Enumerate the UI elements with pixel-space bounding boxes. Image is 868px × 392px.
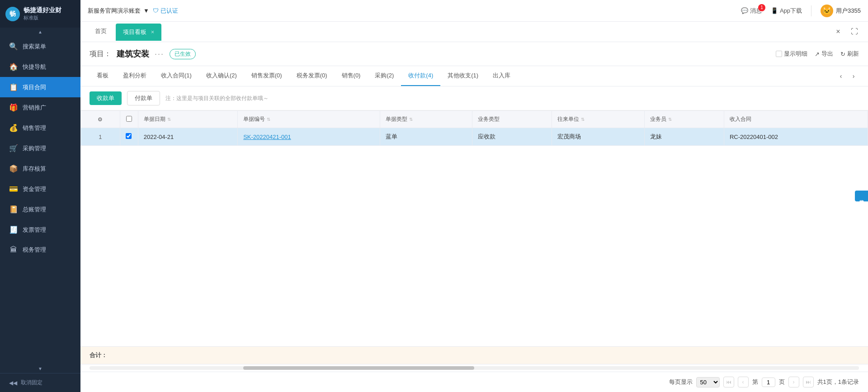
per-page-label: 每页显示 xyxy=(669,378,693,386)
settings-icon[interactable]: ⚙ xyxy=(98,116,103,123)
sidebar-item-funds-label: 资金管理 xyxy=(23,185,46,193)
th-type[interactable]: 单据类型 ⇅ xyxy=(380,111,472,128)
th-partner[interactable]: 往来单位 ⇅ xyxy=(552,111,645,128)
number-sort-icon: ⇅ xyxy=(267,117,270,122)
row-num: 1 xyxy=(81,128,120,146)
content-area: 项目： 建筑安装 ··· 已生效 显示明细 ↗ 导出 ↻ 刷新 xyxy=(80,42,868,392)
footer-total-label: 合计： xyxy=(90,352,107,359)
subtab-warehouse[interactable]: 出入库 xyxy=(486,66,518,86)
last-page-btn[interactable]: ⏭ xyxy=(803,377,814,387)
subtab-nav-next[interactable]: › xyxy=(848,71,859,81)
project-status-badge: 已生效 xyxy=(170,49,196,59)
tax-icon: 🏛 xyxy=(9,246,18,254)
window-maximize-button[interactable]: ⛶ xyxy=(848,25,861,38)
sidebar-item-ledger[interactable]: 📔 总账管理 xyxy=(0,199,80,220)
sidebar-item-tax-label: 税务管理 xyxy=(23,246,46,254)
certified-label: 已认证 xyxy=(160,7,178,15)
row-checkbox[interactable] xyxy=(126,133,132,139)
sidebar-nav: 🔍 搜索菜单 🏠 快捷导航 📋 项目合同 🎁 营销推广 💰 销售管理 🛒 采购管… xyxy=(0,36,80,364)
subtab-income-contract[interactable]: 收入合同(1) xyxy=(154,66,199,86)
window-close-button[interactable]: × xyxy=(832,25,844,38)
scrollbar-thumb[interactable] xyxy=(243,366,474,370)
subtab-kanban[interactable]: 看板 xyxy=(90,66,116,86)
page-suffix: 页 xyxy=(779,378,785,386)
sidebar-item-search[interactable]: 🔍 搜索菜单 xyxy=(0,36,80,57)
prev-page-btn[interactable]: ‹ xyxy=(738,377,749,387)
book-icon: 📔 xyxy=(9,205,18,214)
salesperson-sort-icon: ⇅ xyxy=(668,117,672,122)
app-download-button[interactable]: 📱 App下载 xyxy=(771,7,802,15)
row-number-link[interactable]: SK-20220421-001 xyxy=(243,134,291,140)
th-settings[interactable]: ⚙ xyxy=(81,111,120,128)
row-type: 蓝单 xyxy=(380,128,472,146)
sidebar-item-invoice[interactable]: 🧾 发票管理 xyxy=(0,220,80,240)
shield-icon: 🛡 xyxy=(153,7,159,14)
mobile-icon: 📱 xyxy=(771,7,778,14)
sidebar-item-marketing-label: 营销推广 xyxy=(23,104,46,112)
subtab-tax-invoice[interactable]: 税务发票(0) xyxy=(289,66,335,86)
receipt-btn[interactable]: 收款单 xyxy=(90,91,122,105)
sidebar-item-funds[interactable]: 💳 资金管理 xyxy=(0,179,80,199)
show-detail-checkbox[interactable] xyxy=(776,51,782,57)
scroll-down-indicator: ▼ xyxy=(0,364,80,373)
feedback-button[interactable]: 意见反馈 xyxy=(855,191,868,201)
th-salesperson[interactable]: 业务员 ⇅ xyxy=(645,111,724,128)
message-button[interactable]: 💬 消息 1 xyxy=(741,7,762,15)
subtab-sales[interactable]: 销售(0) xyxy=(335,66,368,86)
sidebar-item-inventory[interactable]: 📦 库存核算 xyxy=(0,158,80,179)
project-more-button[interactable]: ··· xyxy=(155,49,164,59)
per-page-select[interactable]: 50 100 200 xyxy=(696,377,720,387)
payment-btn[interactable]: 付款单 xyxy=(127,91,160,105)
page-prefix: 第 xyxy=(752,378,758,386)
date-sort-icon: ⇅ xyxy=(167,117,171,122)
th-number[interactable]: 单据编号 ⇅ xyxy=(238,111,380,128)
sidebar-item-purchase-label: 采购管理 xyxy=(23,144,46,153)
tab-project-board[interactable]: 项目看板 × xyxy=(116,24,161,41)
subtab-purchase[interactable]: 采购(2) xyxy=(368,66,401,86)
scroll-up-indicator: ▲ xyxy=(0,28,80,36)
sidebar-item-marketing[interactable]: 🎁 营销推广 xyxy=(0,97,80,118)
home-icon: 🏠 xyxy=(9,62,18,71)
table-row[interactable]: 1 2022-04-21 SK-20220421-001 蓝单 应收款 宏茂商场… xyxy=(81,128,868,146)
th-checkbox xyxy=(120,111,138,128)
certified-badge: 🛡 已认证 xyxy=(153,7,178,15)
sidebar-item-tax[interactable]: 🏛 税务管理 xyxy=(0,240,80,260)
next-page-btn[interactable]: › xyxy=(788,377,799,387)
sidebar-unpin-button[interactable]: ◀◀ 取消固定 xyxy=(0,373,80,392)
horizontal-scrollbar[interactable] xyxy=(80,364,868,372)
select-all-checkbox[interactable] xyxy=(126,116,132,122)
tab-close-icon[interactable]: × xyxy=(151,29,155,35)
tab-home-label: 首页 xyxy=(95,28,107,34)
user-menu[interactable]: 🐱 用户3355 xyxy=(821,5,861,17)
subtab-toolbar: 收款单 付款单 注：这里是与项目关联的全部收付款单哦～ xyxy=(80,86,868,110)
page-input[interactable] xyxy=(762,378,775,387)
app-title: 畅捷通好业财 xyxy=(24,6,61,14)
table-footer: 合计： xyxy=(80,346,868,364)
first-page-btn[interactable]: ⏮ xyxy=(723,377,734,387)
subtab-receipt[interactable]: 收付款(4) xyxy=(401,66,440,86)
export-button[interactable]: ↗ 导出 xyxy=(815,50,833,58)
subtab-profit[interactable]: 盈利分析 xyxy=(116,66,154,86)
subtab-other-expense[interactable]: 其他收支(1) xyxy=(440,66,486,86)
subtab-nav-prev[interactable]: ‹ xyxy=(835,71,846,81)
project-header: 项目： 建筑安装 ··· 已生效 显示明细 ↗ 导出 ↻ 刷新 xyxy=(80,42,868,66)
subtab-sales-invoice[interactable]: 销售发票(0) xyxy=(244,66,289,86)
th-date[interactable]: 单据日期 ⇅ xyxy=(138,111,237,128)
sidebar-item-project-contract[interactable]: 📋 项目合同 xyxy=(0,77,80,97)
show-detail-toggle[interactable]: 显示明细 xyxy=(776,50,807,58)
message-icon: 💬 xyxy=(741,7,748,14)
refresh-button[interactable]: ↻ 刷新 xyxy=(840,50,859,58)
sidebar-item-sales[interactable]: 💰 销售管理 xyxy=(0,118,80,138)
sidebar-item-purchase[interactable]: 🛒 采购管理 xyxy=(0,138,80,158)
tab-home[interactable]: 首页 xyxy=(88,22,114,42)
account-selector[interactable]: 新服务官网演示账套 ▼ xyxy=(88,7,149,15)
sidebar-item-quick-nav-label: 快捷导航 xyxy=(23,63,46,71)
app-logo-icon: 畅 xyxy=(5,7,20,21)
sidebar-item-quick-nav[interactable]: 🏠 快捷导航 xyxy=(0,57,80,77)
row-number[interactable]: SK-20220421-001 xyxy=(238,128,380,146)
toolbar-note: 注：这里是与项目关联的全部收付款单哦～ xyxy=(165,95,269,102)
sidebar-item-invoice-label: 发票管理 xyxy=(23,226,46,234)
row-checkbox-cell xyxy=(120,128,138,146)
export-icon: ↗ xyxy=(815,51,820,57)
subtab-income-confirm[interactable]: 收入确认(2) xyxy=(199,66,244,86)
